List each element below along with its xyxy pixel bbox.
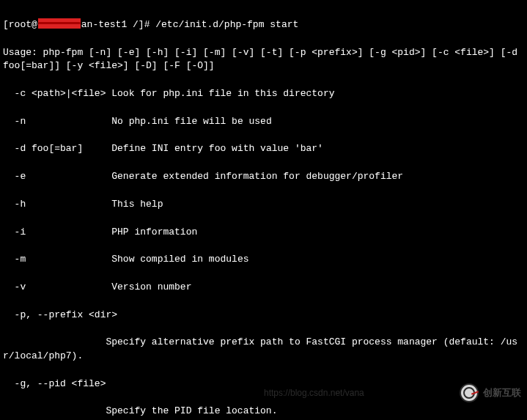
opt-i: -i PHP information: [3, 226, 524, 240]
watermark-logo-icon: [460, 383, 479, 402]
opt-m: -m Show compiled in modules: [3, 253, 524, 267]
watermark: 创新互联: [460, 383, 521, 402]
opt-d: -d foo[=bar] Define INI entry foo with v…: [3, 142, 524, 156]
prompt-prefix: [root@: [3, 19, 37, 30]
opt-pid-desc: Specify the PID file location.: [3, 405, 524, 419]
opt-v: -v Version number: [3, 281, 524, 295]
usage-line: Usage: php-fpm [-n] [-e] [-h] [-i] [-m] …: [3, 46, 524, 74]
watermark-brand: 创新互联: [483, 386, 521, 400]
opt-n: -n No php.ini file will be used: [3, 115, 524, 129]
terminal-output: [root@an-test1 /]# /etc/init.d/php-fpm s…: [3, 3, 524, 420]
prompt-suffix: an-test1 /]#: [81, 19, 150, 30]
opt-prefix-flag: -p, --prefix <dir>: [3, 309, 524, 323]
watermark-url: https://blog.csdn.net/vana: [264, 387, 364, 399]
prompt-line: [root@an-test1 /]# /etc/init.d/php-fpm s…: [3, 17, 524, 32]
opt-c: -c <path>|<file> Look for php.ini file i…: [3, 87, 524, 101]
opt-e: -e Generate extended information for deb…: [3, 170, 524, 184]
redacted-hostname: [38, 18, 81, 29]
command-text: /etc/init.d/php-fpm start: [155, 19, 298, 30]
opt-prefix-desc: Specify alternative prefix path to FastC…: [3, 336, 524, 364]
opt-h: -h This help: [3, 198, 524, 212]
